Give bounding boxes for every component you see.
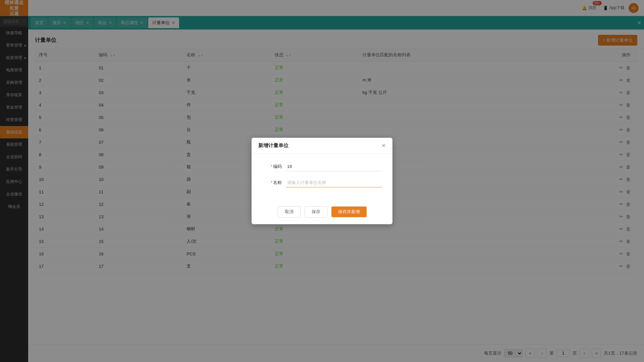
form-row-code: *编码 xyxy=(262,162,382,171)
dialog-footer: 取消 保存 保存并新增 xyxy=(252,202,392,224)
cancel-button[interactable]: 取消 xyxy=(278,206,301,218)
add-measure-unit-dialog: 新增计量单位 ✕ *编码 *名称 取消 保存 保存并新增 xyxy=(252,138,392,224)
dialog-overlay: 新增计量单位 ✕ *编码 *名称 取消 保存 保存并新增 xyxy=(0,0,644,362)
code-input[interactable] xyxy=(286,162,382,171)
form-row-name: *名称 xyxy=(262,178,382,187)
required-mark: * xyxy=(271,180,272,185)
required-mark: * xyxy=(271,164,272,169)
save-and-continue-button[interactable]: 保存并新增 xyxy=(331,206,367,217)
save-button[interactable]: 保存 xyxy=(305,206,327,218)
dialog-header: 新增计量单位 ✕ xyxy=(252,138,392,154)
name-input[interactable] xyxy=(286,178,382,187)
dialog-title: 新增计量单位 xyxy=(258,142,288,149)
name-label: *名称 xyxy=(262,180,282,186)
code-label: *编码 xyxy=(262,164,282,170)
dialog-body: *编码 *名称 xyxy=(252,154,392,202)
dialog-close-button[interactable]: ✕ xyxy=(381,142,386,149)
